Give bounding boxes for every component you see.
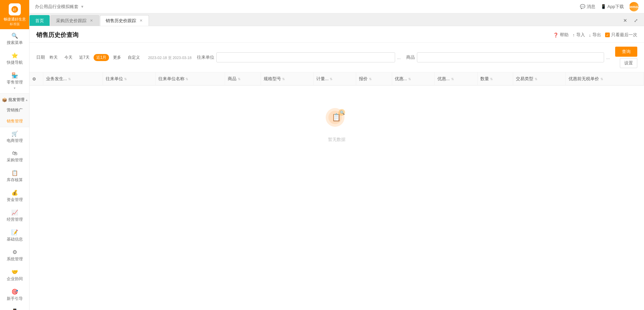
sort-qty[interactable]: ⇅	[490, 77, 493, 81]
sort-pre-tax[interactable]: ⇅	[600, 77, 603, 81]
sort-trade-type[interactable]: ⇅	[535, 77, 537, 81]
sidebar-item-label: 企业协同	[7, 276, 23, 282]
sidebar-item-marketing[interactable]: 营销推广	[0, 105, 29, 116]
date-yesterday[interactable]: 昨天	[47, 54, 60, 61]
only-last-label: 只看最后一次	[611, 32, 637, 38]
tab-home[interactable]: 首页	[30, 15, 50, 26]
app-logo: 好 畅捷通好生意 标准版	[0, 0, 29, 29]
sidebar-item-system[interactable]: ⚙ 系统管理	[0, 246, 29, 265]
sort-biz-date[interactable]: ⇅	[68, 77, 71, 81]
col-quote-label: 报价	[359, 76, 368, 81]
operations-icon: 📈	[11, 209, 18, 216]
only-last-checkbox[interactable]: ✓ 只看最后一次	[605, 32, 637, 38]
sidebar-item-guide[interactable]: 🎯 新手引导	[0, 285, 29, 305]
tab-sales-close[interactable]: ✕	[139, 18, 143, 23]
partner-input[interactable]	[216, 52, 395, 62]
sidebar-item-apps[interactable]: 📱 应用中心	[0, 305, 29, 310]
import-btn[interactable]: ↑ 导入	[573, 32, 585, 38]
product-ellipsis[interactable]: ...	[606, 55, 610, 60]
sidebar-item-wholesale[interactable]: 📦 批发管理 ▴	[0, 94, 29, 105]
apps-icon: 📱	[11, 308, 18, 310]
tab-purchase[interactable]: 采购历史价跟踪 ✕	[50, 15, 99, 26]
sort-product[interactable]: ⇅	[238, 77, 240, 81]
logo-icon: 好	[9, 3, 21, 15]
help-btn[interactable]: ❓ 帮助	[553, 32, 569, 38]
message-label: 消息	[587, 4, 595, 10]
expand-window-btn[interactable]: ⤢	[632, 16, 640, 24]
sidebar-item-finance[interactable]: 💰 资金管理	[0, 186, 29, 206]
main-content: 办公用品行业模拟账套 ▾ 💬 消息 📱 App下载 demo2 首页 采购历史价…	[30, 0, 644, 310]
sort-partner-code[interactable]: ⇅	[124, 77, 127, 81]
sidebar-item-shortcuts[interactable]: ⭐ 快捷导航	[0, 49, 29, 69]
empty-text: 暂无数据	[328, 137, 345, 143]
page-content: 销售历史价查询 ❓ 帮助 ↑ 导入 ↓ 导出 ✓ 只看最后一次	[30, 26, 644, 310]
partner-filter-group: 往来单位 ...	[197, 52, 400, 62]
message-btn[interactable]: 💬 消息	[580, 4, 595, 10]
empty-illustration: 📋 🔍	[323, 106, 350, 133]
col-gear: ⚙	[30, 72, 43, 86]
avatar[interactable]: demo2	[629, 2, 639, 11]
sort-unit[interactable]: ⇅	[330, 77, 332, 81]
sidebar-item-operations[interactable]: 📈 经营管理	[0, 206, 29, 226]
col-product-label: 商品	[228, 76, 236, 81]
col-quote: 报价 ⇅	[356, 72, 392, 86]
export-btn[interactable]: ↓ 导出	[589, 32, 601, 38]
purchase-icon: 🛍	[12, 150, 17, 156]
col-spec-label: 规格型号	[264, 76, 281, 81]
sidebar-item-basic[interactable]: 📝 基础信息	[0, 226, 29, 246]
search-icon: 🔍	[11, 33, 18, 39]
sidebar-item-label: 搜索菜单	[7, 40, 23, 46]
sidebar-item-sales-mgmt[interactable]: 销售管理	[0, 116, 29, 127]
sort-partner-name[interactable]: ⇅	[185, 77, 188, 81]
query-button[interactable]: 查询	[615, 47, 637, 57]
date-today[interactable]: 今天	[62, 54, 75, 61]
sidebar-item-purchase[interactable]: 🛍 采购管理	[0, 147, 29, 166]
close-window-btn[interactable]: ✕	[621, 16, 629, 24]
sidebar-item-search[interactable]: 🔍 搜索菜单	[0, 29, 29, 49]
date-custom[interactable]: 自定义	[125, 54, 143, 61]
tab-purchase-close[interactable]: ✕	[89, 18, 94, 23]
star-icon: ⭐	[11, 52, 18, 59]
import-icon: ↑	[573, 33, 575, 38]
gear-icon[interactable]: ⚙	[32, 76, 36, 82]
sidebar-item-inventory[interactable]: 📋 库存核算	[0, 166, 29, 186]
col-unit-label: 计量...	[316, 76, 329, 81]
partner-ellipsis[interactable]: ...	[397, 55, 401, 60]
sort-quote[interactable]: ⇅	[369, 77, 372, 81]
app-download-btn[interactable]: 📱 App下载	[601, 4, 624, 10]
chevron-up-icon: ▴	[26, 98, 28, 102]
export-label: 导出	[592, 32, 601, 38]
settings-button[interactable]: 设置	[620, 58, 637, 68]
workspace-name[interactable]: 办公用品行业模拟账套	[35, 4, 78, 10]
header-actions: 💬 消息 📱 App下载 demo2	[580, 2, 639, 11]
col-discount2-label: 优惠...	[437, 76, 450, 81]
sidebar-item-ecommerce[interactable]: 🛒 电商管理	[0, 127, 29, 147]
guide-icon: 🎯	[11, 289, 18, 295]
sidebar-item-label: 库存核算	[7, 177, 23, 183]
product-input[interactable]	[417, 52, 604, 62]
col-qty: 数量 ⇅	[477, 72, 513, 86]
col-partner-code-label: 往来单位	[106, 76, 123, 81]
box-icon: 📦	[2, 98, 7, 102]
sort-spec[interactable]: ⇅	[282, 77, 285, 81]
empty-state: 📋 🔍 暂无数据	[30, 86, 644, 163]
sort-discount1[interactable]: ⇅	[408, 77, 411, 81]
enterprise-icon: 🤝	[11, 269, 18, 275]
wholesale-section: 📦 批发管理 ▴ 营销推广 销售管理	[0, 93, 29, 127]
date-filter-group: 日期 昨天 今天 近7天 近1月 更多 自定义	[36, 54, 143, 61]
help-label: 帮助	[560, 32, 569, 38]
filter-bar: 日期 昨天 今天 近7天 近1月 更多 自定义 2023-02-18 至 202…	[30, 43, 644, 72]
date-last7[interactable]: 近7天	[76, 54, 92, 61]
tab-sales[interactable]: 销售历史价跟踪 ✕	[100, 15, 149, 26]
tab-purchase-label: 采购历史价跟踪	[56, 18, 87, 24]
sidebar-item-retail[interactable]: 🏪 零售管理 ▾	[0, 69, 29, 93]
date-month1[interactable]: 近1月	[94, 54, 109, 61]
sidebar-item-enterprise[interactable]: 🤝 企业协同	[0, 265, 29, 285]
sort-discount2[interactable]: ⇅	[451, 77, 454, 81]
page-header: 销售历史价查询 ❓ 帮助 ↑ 导入 ↓ 导出 ✓ 只看最后一次	[30, 26, 644, 43]
col-biz-date-label: 业务发生...	[46, 76, 67, 81]
workspace-dropdown-icon[interactable]: ▾	[81, 4, 84, 9]
user-name: demo2	[628, 5, 640, 9]
date-more[interactable]: 更多	[110, 54, 124, 61]
cart-icon: 🛒	[11, 131, 18, 137]
